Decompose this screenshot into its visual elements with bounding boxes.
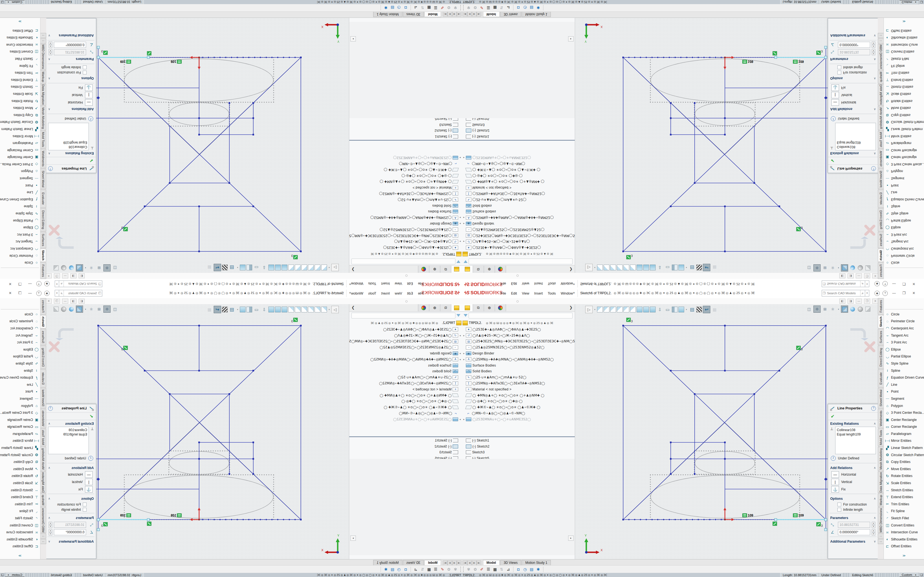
ok-check-icon[interactable]: ✔ [831, 158, 834, 163]
next-document-icon[interactable]: ◨ [70, 299, 76, 304]
tree-item[interactable]: ▸ ⌐ ◯ΜΝ∘©∘♟◎◯∘◯◎♟∘©∘ΝΜ◯ [349, 410, 462, 416]
search-icon[interactable]: ⌕ [59, 290, 64, 296]
doc-restore-button[interactable]: ❐ [54, 299, 60, 304]
sketch-tool-item[interactable]: ▱ Parallelogram [0, 430, 40, 437]
sketch-tool-item[interactable]: ⌂ Polygon [884, 168, 924, 175]
existing-relations-header[interactable]: Existing Relations∧ [828, 151, 878, 157]
sketch-tool-item[interactable]: ✂ Trim Entities [884, 501, 924, 508]
relation-button-icon[interactable]: ❘ [85, 92, 93, 98]
tree-item[interactable]: ▸ ◯⋅◎✚◯ ✳⊙◯∘◯⊙✳ ◯✚◎⋅◯ [349, 398, 462, 405]
relation-button-icon[interactable]: — [85, 99, 93, 106]
dropdown-icon[interactable]: ▾ [837, 306, 840, 313]
commandmanager-tab[interactable]: Mold Tools [40, 131, 46, 148]
commandmanager-tab[interactable]: ∶ [878, 39, 884, 44]
sketch-tool-item[interactable]: ◇ 3 Point Center Recta... [0, 409, 40, 416]
sketch-tool-item[interactable]: ⊤ Extend Entities [0, 76, 40, 84]
scene-sphere-icon[interactable] [60, 306, 67, 313]
tree-item[interactable]: ▸ ↺ ◯Λ♟◎✚25∘Ж◯∘◯Ж∘25✚◎♟Λ◯ [462, 239, 575, 245]
sketch-tool-item[interactable]: ↗ Move Entities [0, 105, 40, 111]
restore-button[interactable]: ❐ [900, 280, 908, 287]
tree-item[interactable]: ▸ ★ ◯253Е✚∘♟◎ΛΑΦ◯∘◯ΦΑΛ◎♟∘✚3Е25◯ [462, 245, 575, 251]
commandmanager-tab[interactable]: Sheet Metal [878, 388, 884, 408]
sketch-tool-item[interactable]: ⋯ Segment [0, 175, 40, 182]
more-tools-icon[interactable]: ≫ [0, 19, 40, 23]
tree-item[interactable]: ▸ ◔ ◯25♟◎25ΜΝ3Е25◯∘◯253ЕΝΜ52◎♟52◯ [349, 227, 462, 233]
commandmanager-tab[interactable]: Surfaces [878, 329, 884, 345]
options-header[interactable]: Options∧ [828, 76, 878, 82]
tree-item[interactable]: ▸ ❒ Solid Bodies [349, 203, 462, 209]
sketch-tool-item[interactable]: ◐ Silhouette Entities [884, 536, 924, 543]
motion-toolbar-icon[interactable]: ☰ [432, 567, 439, 572]
status-corner-icon[interactable]: ❏ [1, 0, 4, 4]
toolbar-icon[interactable] [222, 264, 228, 270]
search-box[interactable]: ❒ ⌕ [59, 290, 102, 297]
model-tab[interactable]: Motion Study 1 [373, 11, 402, 17]
tab-configurationmanager[interactable]: ⊕ [484, 266, 495, 273]
toolbar-icon[interactable] [630, 264, 636, 270]
relation-entry[interactable]: Collinear108 [837, 145, 874, 149]
menu-item[interactable]: Tools [548, 282, 556, 286]
sketch-tool-item[interactable]: ⌣ Tangent Arc [0, 238, 40, 245]
relation-button-icon[interactable]: ❘ [831, 92, 839, 98]
commandmanager-tab[interactable]: Direct Editing [878, 208, 884, 231]
toolbar-icon[interactable]: ▾ [593, 306, 596, 313]
commandmanager-tab[interactable]: MBD Dimensions [40, 44, 46, 70]
checkbox[interactable] [837, 503, 841, 506]
option-row[interactable]: Infinite length [837, 508, 875, 512]
toolbar-icon[interactable]: ▷ [585, 306, 593, 313]
tree-item[interactable]: ▸ ◔ ◯25♟◎25ΜΝ3Е25◯∘◯253ЕΝΜ52◎♟52◯ [462, 227, 575, 233]
toolbar-icon[interactable] [672, 307, 678, 313]
help-icon[interactable]: ? [36, 281, 42, 287]
menu-item[interactable]: Insert [534, 292, 543, 295]
more-tools-icon[interactable]: ≫ [884, 554, 924, 558]
user-icon[interactable]: ☻ [44, 281, 50, 287]
commandmanager-tab[interactable]: Sketch [878, 315, 884, 328]
parameters-header[interactable]: Parameters∧ [828, 56, 878, 63]
restore-button[interactable]: ❐ [16, 290, 24, 297]
sketch-tool-item[interactable]: ⌣ Tangent Arc [0, 332, 40, 339]
menu-item[interactable]: Window [561, 292, 573, 295]
tab-displaymanager[interactable] [418, 304, 429, 311]
length-input[interactable]: 10.88152731 [54, 522, 86, 528]
sketch-tool-item[interactable]: ⇲ Scale Entities [0, 479, 40, 487]
sketch-tool-item[interactable]: ⌢ 3 Point Arc [884, 339, 924, 346]
motion-toolbar-icon[interactable]: ✾ [452, 567, 459, 572]
toolbar-icon[interactable]: ▭ [253, 264, 260, 271]
motion-toolbar-icon[interactable]: ◷ [396, 567, 402, 572]
expand-caret-icon[interactable]: ▸ [458, 156, 462, 159]
sketch-tool-item[interactable]: ⌢ 3 Point Arc [0, 231, 40, 238]
length-spinner[interactable]: ▲▼ [48, 522, 52, 528]
toolbar-icon[interactable] [617, 307, 623, 313]
sketch-tool-item[interactable]: ▣ Center Rectangle [0, 416, 40, 424]
tree-item[interactable]: ▸ ❒ Solid Bodies [462, 203, 575, 209]
tab-nav-icon[interactable]: |◀ [462, 561, 467, 566]
sketch-tool-item[interactable]: ◫ Convert Entities [0, 48, 40, 55]
help-icon[interactable]: ? [48, 166, 53, 171]
tree-item[interactable]: ▸ ◯ ✚ΜΝ◎♟+◯ ✳⊙◯∘◯⊙✳ ◯+♟◎ΝΜ✚ ◯ [462, 179, 575, 185]
toolbar-icon[interactable] [630, 307, 636, 313]
toolbar-icon[interactable] [610, 307, 616, 313]
sketch-tool-item[interactable]: ▭ Corner Rectangle [884, 424, 924, 430]
prev-document-icon[interactable]: ◧ [839, 299, 845, 304]
sketch-tool-item[interactable]: ◜ Sketch Fillet [884, 515, 924, 522]
length-spinner[interactable]: ▲▼ [872, 522, 876, 528]
toolbar-icon[interactable]: ▦ [711, 264, 718, 271]
commandmanager-tab[interactable]: Evaluate [878, 190, 884, 208]
prev-document-icon[interactable]: ◧ [79, 273, 85, 278]
status-corner-icon[interactable]: ❏ [920, 0, 923, 4]
angle-spinner[interactable]: ▲▼ [872, 529, 876, 535]
help-icon[interactable]: ? [871, 166, 876, 171]
toolbar-icon[interactable] [295, 307, 300, 313]
user-icon[interactable]: ☻ [44, 291, 50, 296]
commandmanager-tab[interactable]: Markup [878, 493, 884, 507]
tree-item[interactable]: ▸ ◯253ЕΜΝΑ∪+◯∘◯+∪ΑΝΜЕ352◯ [462, 416, 575, 422]
relation-button[interactable]: — Horizontal [49, 99, 93, 106]
tree-splitter[interactable] [349, 140, 462, 141]
sketch-tool-item[interactable]: ▭ Corner Rectangle [0, 424, 40, 430]
sketch-tool-item[interactable]: ◯ Ellipse [884, 224, 924, 231]
sketch-tool-item[interactable]: ○ Circle [884, 311, 924, 318]
commandmanager-tab[interactable]: MBD Dimensions [878, 507, 884, 533]
minimize-button[interactable]: — [26, 280, 34, 287]
sketch-tree-item[interactable]: ▸ (-) Sketch1 [462, 437, 575, 443]
commandmanager-tab[interactable]: Features [40, 263, 46, 279]
